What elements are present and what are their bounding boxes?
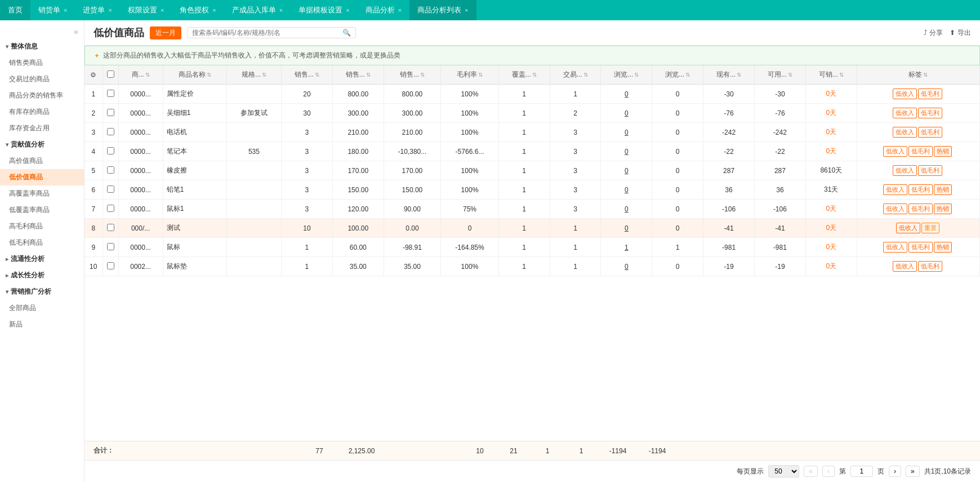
browse1-link[interactable]: 0 bbox=[625, 90, 629, 98]
row-checkbox[interactable] bbox=[107, 243, 114, 250]
cell-browse1[interactable]: 0 bbox=[601, 257, 652, 276]
sidebar-group-circulation[interactable]: ▸ 流通性分析 bbox=[0, 251, 84, 267]
per-page-select[interactable]: 50 100 200 bbox=[768, 465, 799, 477]
col-current[interactable]: 现有...⇅ bbox=[703, 65, 755, 85]
cell-checkbox[interactable] bbox=[103, 142, 118, 161]
sidebar-item-all-products[interactable]: 全部商品 bbox=[0, 300, 84, 316]
sidebar-item-category-sales-rate[interactable]: 商品分类的销售率 bbox=[0, 87, 84, 104]
search-input[interactable] bbox=[192, 29, 340, 37]
sidebar-collapse-btn[interactable]: « bbox=[74, 27, 78, 36]
nav-role-auth[interactable]: 角色授权 × bbox=[172, 0, 224, 20]
col-price[interactable]: 销售...⇅ bbox=[332, 65, 384, 85]
sidebar-group-contribution[interactable]: ▾ 贡献值分析 bbox=[0, 136, 84, 153]
cell-checkbox[interactable] bbox=[103, 238, 118, 257]
export-btn[interactable]: ⬆ 导出 bbox=[950, 28, 971, 38]
sidebar-group-overall[interactable]: ▾ 整体信息 bbox=[0, 38, 84, 55]
col-trade[interactable]: 交易...⇅ bbox=[550, 65, 601, 85]
browse1-link[interactable]: 0 bbox=[625, 224, 629, 232]
cell-checkbox[interactable] bbox=[103, 161, 118, 180]
nav-product-storage-close[interactable]: × bbox=[279, 7, 283, 14]
nav-purchase-order[interactable]: 进货单 × bbox=[75, 0, 119, 20]
col-settings[interactable]: ⚙ bbox=[84, 65, 103, 85]
cell-checkbox[interactable] bbox=[103, 180, 118, 200]
sidebar-item-low-coverage[interactable]: 低覆盖率商品 bbox=[0, 202, 84, 218]
col-available[interactable]: 可用...⇅ bbox=[754, 65, 805, 85]
nav-product-analysis[interactable]: 商品分析 × bbox=[358, 0, 409, 20]
cell-browse1[interactable]: 0 bbox=[601, 180, 652, 200]
nav-product-storage[interactable]: 产成品入库单 × bbox=[224, 0, 291, 20]
next-page-btn[interactable]: › bbox=[889, 466, 901, 477]
sidebar-group-marketing[interactable]: ▾ 营销推广分析 bbox=[0, 284, 84, 300]
sidebar-item-new-products[interactable]: 新品 bbox=[0, 316, 84, 333]
col-spec[interactable]: 规格...⇅ bbox=[226, 65, 281, 85]
browse1-link[interactable]: 0 bbox=[625, 148, 629, 156]
cell-checkbox[interactable] bbox=[103, 257, 118, 276]
cell-checkbox[interactable] bbox=[103, 123, 118, 142]
sidebar-group-growth[interactable]: ▸ 成长性分析 bbox=[0, 267, 84, 284]
sidebar-item-traded-goods[interactable]: 交易过的商品 bbox=[0, 71, 84, 87]
sidebar-item-high-margin[interactable]: 高毛利商品 bbox=[0, 218, 84, 235]
sidebar-item-low-margin[interactable]: 低毛利商品 bbox=[0, 235, 84, 251]
sidebar-item-low-value[interactable]: 低价值商品 bbox=[0, 169, 84, 185]
row-checkbox[interactable] bbox=[107, 128, 114, 135]
nav-template-settings[interactable]: 单据模板设置 × bbox=[291, 0, 357, 20]
row-checkbox[interactable] bbox=[107, 262, 114, 269]
col-qty[interactable]: 销售...⇅ bbox=[282, 65, 333, 85]
browse1-link[interactable]: 0 bbox=[625, 109, 629, 117]
nav-product-analysis-list[interactable]: 商品分析列表 × bbox=[409, 0, 476, 20]
nav-template-settings-close[interactable]: × bbox=[346, 7, 349, 14]
nav-permission-close[interactable]: × bbox=[161, 7, 164, 14]
row-checkbox[interactable] bbox=[107, 205, 114, 212]
browse1-link[interactable]: 0 bbox=[625, 186, 629, 194]
col-browse2[interactable]: 浏览...⇅ bbox=[652, 65, 703, 85]
nav-sales-order-close[interactable]: × bbox=[64, 7, 67, 14]
col-sellable[interactable]: 可销...⇅ bbox=[805, 65, 857, 85]
page-input[interactable] bbox=[850, 466, 873, 477]
col-amount[interactable]: 销售...⇅ bbox=[384, 65, 441, 85]
nav-home[interactable]: 首页 bbox=[0, 0, 30, 20]
browse1-link[interactable]: 0 bbox=[625, 263, 629, 271]
cell-browse1[interactable]: 0 bbox=[601, 142, 652, 161]
col-name[interactable]: 商品名称⇅ bbox=[163, 65, 226, 85]
browse1-link[interactable]: 0 bbox=[625, 205, 629, 213]
cell-checkbox[interactable] bbox=[103, 219, 118, 238]
sidebar-item-stock-goods[interactable]: 有库存的商品 bbox=[0, 104, 84, 120]
prev-page-btn[interactable]: ‹ bbox=[822, 466, 835, 477]
filter-recent-month-btn[interactable]: 近一月 bbox=[150, 26, 181, 39]
col-code[interactable]: 商...⇅ bbox=[118, 65, 163, 85]
row-checkbox[interactable] bbox=[107, 166, 114, 174]
share-btn[interactable]: ⤴ 分享 bbox=[924, 28, 943, 38]
cell-browse1[interactable]: 0 bbox=[601, 85, 652, 104]
cell-browse1[interactable]: 0 bbox=[601, 161, 652, 180]
row-checkbox[interactable] bbox=[107, 147, 114, 154]
col-margin[interactable]: 毛利率⇅ bbox=[441, 65, 499, 85]
nav-sales-order[interactable]: 销货单 × bbox=[30, 0, 75, 20]
nav-role-auth-close[interactable]: × bbox=[212, 7, 216, 14]
row-checkbox[interactable] bbox=[107, 185, 114, 193]
sidebar-item-high-coverage[interactable]: 高覆盖率商品 bbox=[0, 185, 84, 202]
sidebar-item-sales-goods[interactable]: 销售类商品 bbox=[0, 55, 84, 71]
browse1-link[interactable]: 1 bbox=[625, 244, 629, 251]
cell-checkbox[interactable] bbox=[103, 85, 118, 104]
last-page-btn[interactable]: » bbox=[906, 466, 920, 477]
cell-browse1[interactable]: 0 bbox=[601, 104, 652, 123]
nav-product-analysis-list-close[interactable]: × bbox=[465, 7, 468, 14]
nav-purchase-order-close[interactable]: × bbox=[108, 7, 112, 14]
col-tags[interactable]: 标签⇅ bbox=[857, 65, 979, 85]
cell-browse1[interactable]: 0 bbox=[601, 219, 652, 238]
first-page-btn[interactable]: « bbox=[804, 466, 818, 477]
browse1-link[interactable]: 0 bbox=[625, 129, 629, 136]
cell-checkbox[interactable] bbox=[103, 200, 118, 219]
col-browse1[interactable]: 浏览...⇅ bbox=[601, 65, 652, 85]
nav-product-analysis-close[interactable]: × bbox=[398, 7, 402, 14]
cell-browse1[interactable]: 1 bbox=[601, 238, 652, 257]
cell-browse1[interactable]: 0 bbox=[601, 123, 652, 142]
browse1-link[interactable]: 0 bbox=[625, 167, 629, 175]
sidebar-item-inventory-capital[interactable]: 库存资金占用 bbox=[0, 120, 84, 136]
row-checkbox[interactable] bbox=[107, 109, 114, 116]
sidebar-item-high-value[interactable]: 高价值商品 bbox=[0, 153, 84, 169]
nav-permission[interactable]: 权限设置 × bbox=[120, 0, 172, 20]
col-select-all[interactable] bbox=[103, 65, 118, 85]
row-checkbox[interactable] bbox=[107, 90, 114, 97]
col-coverage[interactable]: 覆盖...⇅ bbox=[498, 65, 550, 85]
